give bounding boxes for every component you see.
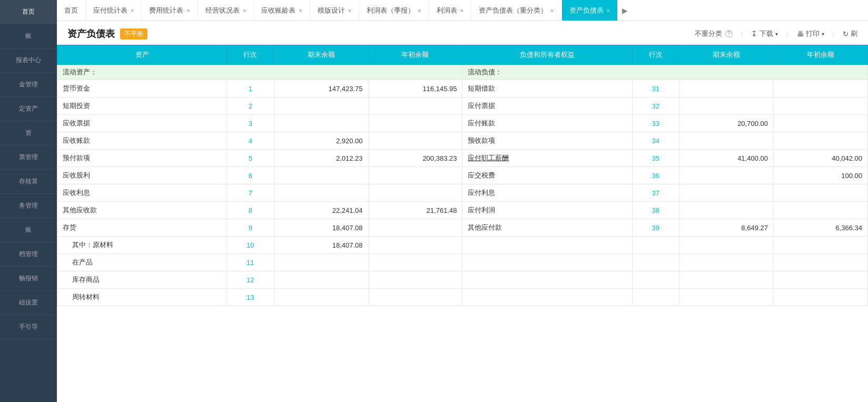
asset-start-balance[interactable]: [368, 289, 462, 306]
liability-end-balance[interactable]: [679, 97, 774, 115]
asset-name[interactable]: 预付款项: [57, 150, 227, 167]
close-tab-balance-reclassified[interactable]: ×: [550, 7, 554, 14]
asset-start-balance[interactable]: [368, 167, 462, 184]
close-tab-payable-stats[interactable]: ×: [131, 7, 134, 14]
print-action[interactable]: 🖶 打印 ▾: [797, 29, 824, 38]
sidebar-item-basic-settings[interactable]: 础设置: [0, 291, 57, 315]
liability-end-balance[interactable]: [679, 167, 774, 184]
asset-name[interactable]: 应收利息: [57, 184, 227, 202]
liability-end-balance[interactable]: 20,700.00: [679, 115, 774, 132]
asset-end-balance[interactable]: [274, 167, 368, 184]
asset-end-balance[interactable]: [274, 271, 368, 289]
sidebar-item-report-center[interactable]: 报表中心: [0, 48, 57, 73]
tab-expense-stats[interactable]: 费用统计表 ×: [142, 0, 198, 21]
asset-end-balance[interactable]: 22,241.04: [274, 202, 368, 219]
liability-name[interactable]: [462, 271, 632, 289]
close-tab-profit-quarterly[interactable]: ×: [418, 7, 421, 14]
liability-end-balance[interactable]: 8,649.27: [679, 219, 774, 237]
liability-start-balance[interactable]: [773, 115, 867, 132]
asset-start-balance[interactable]: [368, 237, 462, 254]
sidebar-item-ledger[interactable]: 账: [0, 24, 57, 48]
liability-end-balance[interactable]: 41,400.00: [679, 150, 774, 167]
close-tab-balance-sheet[interactable]: ×: [607, 7, 610, 14]
liability-name[interactable]: 应付利息: [462, 184, 632, 202]
liability-name[interactable]: 应付职工薪酬: [462, 150, 632, 167]
liability-end-balance[interactable]: [679, 184, 774, 202]
asset-name[interactable]: 短期投资: [57, 97, 227, 115]
liability-name[interactable]: 应付利润: [462, 202, 632, 219]
close-tab-template-design[interactable]: ×: [348, 7, 351, 14]
asset-start-balance[interactable]: 21,761.48: [368, 202, 462, 219]
sidebar-item-fund-mgmt[interactable]: 金管理: [0, 73, 57, 97]
asset-end-balance[interactable]: [274, 289, 368, 306]
asset-name[interactable]: 其中：原材料: [57, 237, 227, 254]
liability-end-balance[interactable]: [679, 289, 774, 306]
asset-end-balance[interactable]: 2,012.23: [274, 150, 368, 167]
liability-end-balance[interactable]: [679, 271, 774, 289]
asset-end-balance[interactable]: 18,407.08: [274, 237, 368, 254]
asset-start-balance[interactable]: [368, 219, 462, 237]
asset-name[interactable]: 应收股利: [57, 167, 227, 184]
liability-end-balance[interactable]: [679, 80, 774, 97]
tab-scroll-right[interactable]: ▶: [618, 6, 632, 15]
sidebar-item-bookkeeping[interactable]: 账: [0, 218, 57, 242]
liability-start-balance[interactable]: [773, 237, 867, 254]
asset-start-balance[interactable]: [368, 254, 462, 271]
tab-profit-quarterly[interactable]: 利润表（季报） ×: [359, 0, 429, 21]
asset-name[interactable]: 应收账款: [57, 132, 227, 150]
asset-name[interactable]: 其他应收款: [57, 202, 227, 219]
asset-start-balance[interactable]: [368, 184, 462, 202]
liability-start-balance[interactable]: [773, 254, 867, 271]
liability-start-balance[interactable]: 40,042.00: [773, 150, 867, 167]
tab-profit[interactable]: 利润表 ×: [429, 0, 471, 21]
tab-home[interactable]: 首页: [57, 0, 86, 21]
asset-name[interactable]: 在产品: [57, 254, 227, 271]
asset-end-balance[interactable]: [274, 254, 368, 271]
asset-start-balance[interactable]: 200,383.23: [368, 150, 462, 167]
sidebar-item-home[interactable]: 首页: [0, 0, 57, 24]
sidebar-item-expense[interactable]: 畅报销: [0, 267, 57, 291]
sidebar-item-assets[interactable]: 资: [0, 121, 57, 145]
liability-name[interactable]: 短期借款: [462, 80, 632, 97]
close-tab-receivable-aging[interactable]: ×: [299, 7, 302, 14]
liability-start-balance[interactable]: 6,366.34: [773, 219, 867, 237]
liability-start-balance[interactable]: [773, 80, 867, 97]
asset-end-balance[interactable]: [274, 97, 368, 115]
liability-name[interactable]: 应交税费: [462, 167, 632, 184]
asset-name[interactable]: 存货: [57, 219, 227, 237]
refresh-action[interactable]: ↻ 刷: [843, 29, 857, 38]
sidebar-item-business-mgmt[interactable]: 务管理: [0, 194, 57, 218]
liability-start-balance[interactable]: [773, 184, 867, 202]
asset-start-balance[interactable]: [368, 115, 462, 132]
liability-start-balance[interactable]: [773, 97, 867, 115]
liability-name[interactable]: [462, 289, 632, 306]
asset-start-balance[interactable]: [368, 132, 462, 150]
sidebar-item-inventory-accounting[interactable]: 存核算: [0, 170, 57, 194]
asset-name[interactable]: 周转材料: [57, 289, 227, 306]
asset-name[interactable]: 应收票据: [57, 115, 227, 132]
sidebar-item-archive-mgmt[interactable]: 档管理: [0, 242, 57, 267]
close-tab-expense-stats[interactable]: ×: [186, 7, 190, 14]
liability-name[interactable]: 应付账款: [462, 115, 632, 132]
asset-start-balance[interactable]: [368, 271, 462, 289]
tab-operations[interactable]: 经营状况表 ×: [198, 0, 254, 21]
tab-balance-sheet[interactable]: 资产负债表 ×: [562, 0, 618, 21]
asset-start-balance[interactable]: 116,145.95: [368, 80, 462, 97]
liability-start-balance[interactable]: 100.00: [773, 167, 867, 184]
asset-name[interactable]: 货币资金: [57, 80, 227, 97]
close-tab-operations[interactable]: ×: [243, 7, 246, 14]
sidebar-item-ticket-mgmt[interactable]: 票管理: [0, 145, 57, 170]
liability-end-balance[interactable]: [679, 202, 774, 219]
close-tab-profit[interactable]: ×: [460, 7, 463, 14]
liability-name[interactable]: 预收款项: [462, 132, 632, 150]
liability-start-balance[interactable]: [773, 132, 867, 150]
no-reclassify-action[interactable]: 不重分类 ?: [695, 29, 733, 38]
liability-start-balance[interactable]: [773, 271, 867, 289]
tab-balance-reclassified[interactable]: 资产负债表（重分类） ×: [471, 0, 561, 21]
asset-end-balance[interactable]: 147,423.75: [274, 80, 368, 97]
liability-name[interactable]: [462, 237, 632, 254]
tab-receivable-aging[interactable]: 应收账龄表 ×: [254, 0, 310, 21]
liability-end-balance[interactable]: [679, 254, 774, 271]
asset-name[interactable]: 库存商品: [57, 271, 227, 289]
liability-name[interactable]: 应付票据: [462, 97, 632, 115]
